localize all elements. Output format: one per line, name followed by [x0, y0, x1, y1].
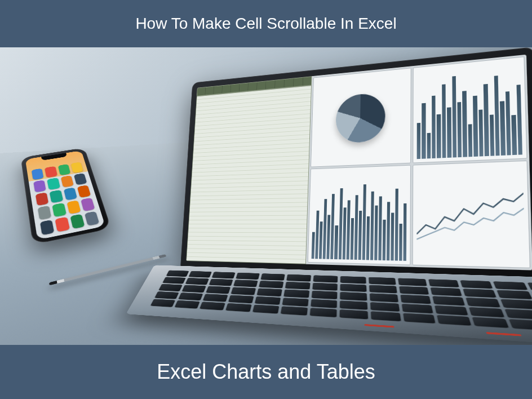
keyboard-key	[527, 282, 532, 291]
app-icon	[66, 200, 81, 214]
bar	[463, 91, 467, 157]
bar	[342, 207, 346, 259]
app-icon	[77, 185, 91, 198]
app-icon	[74, 173, 87, 185]
keyboard-key	[189, 271, 212, 278]
bar	[334, 225, 338, 259]
keyboard-key	[178, 292, 203, 300]
keyboard-key	[400, 286, 429, 295]
app-icon	[57, 164, 70, 175]
keyboard-key	[500, 299, 532, 309]
bar	[319, 222, 323, 259]
keyboard-key	[209, 279, 233, 286]
app-icon	[52, 203, 66, 217]
keyboard-key	[435, 305, 468, 316]
keyboard-key	[282, 298, 308, 306]
bar	[366, 216, 369, 260]
app-icon	[85, 211, 100, 226]
bar	[327, 215, 331, 259]
keyboard-key	[429, 279, 459, 287]
keyboard-key	[370, 285, 397, 294]
app-icon	[50, 190, 63, 203]
accent-light	[486, 332, 521, 336]
keyboard-key	[200, 302, 225, 310]
footer-banner: Excel Charts and Tables	[0, 345, 532, 399]
line-chart-pane	[412, 160, 530, 268]
bar	[346, 201, 350, 260]
keyboard-key	[252, 304, 279, 313]
bar	[382, 220, 385, 260]
keyboard-key	[281, 306, 308, 315]
keyboard-key	[285, 282, 311, 290]
keyboard-key	[154, 291, 179, 299]
bar	[354, 195, 358, 260]
keyboard-key	[159, 284, 183, 291]
app-icon	[47, 178, 60, 190]
keyboard-key	[401, 295, 431, 304]
pie-chart-pane	[311, 68, 411, 167]
bar	[512, 115, 517, 155]
keyboard-key	[309, 308, 337, 317]
keyboard-key	[398, 278, 427, 286]
keyboard-key	[286, 274, 311, 282]
keyboard-key	[236, 273, 259, 280]
app-icon	[60, 175, 74, 188]
keyboard-key	[162, 277, 185, 283]
keyboard-key	[212, 272, 236, 278]
keyboard-key	[472, 317, 509, 327]
laptop-keyboard-deck	[126, 265, 532, 345]
keyboard-key	[182, 285, 206, 292]
keyboard-key	[340, 300, 368, 309]
keyboard-key	[370, 302, 400, 312]
bar	[416, 123, 420, 159]
bar	[427, 133, 431, 158]
phone-notch	[41, 153, 67, 160]
keyboard-key	[340, 292, 367, 300]
bar	[312, 232, 315, 259]
keyboard-key	[206, 286, 230, 294]
bar	[468, 124, 473, 157]
keyboard-key	[185, 278, 209, 285]
line-chart-icon	[416, 165, 525, 264]
header-title: How To Make Cell Scrollable In Excel	[135, 15, 396, 33]
keyboard	[150, 270, 532, 333]
app-icon	[32, 169, 44, 180]
keyboard-key	[259, 281, 283, 288]
bar-chart-pane-1	[413, 56, 527, 163]
bar	[391, 212, 394, 260]
keyboard-key	[256, 289, 282, 296]
keyboard-key	[493, 281, 527, 290]
bar	[374, 206, 378, 260]
footer-title: Excel Charts and Tables	[157, 360, 375, 384]
bar	[473, 96, 478, 157]
laptop-display	[186, 55, 532, 271]
keyboard-key	[255, 296, 281, 305]
keyboard-key	[469, 307, 504, 317]
bar	[500, 101, 506, 156]
keyboard-key	[466, 298, 500, 307]
charts-panel	[306, 55, 532, 271]
app-icon	[81, 198, 95, 211]
bar	[394, 189, 398, 261]
keyboard-key	[404, 313, 436, 323]
bar	[399, 224, 402, 261]
keyboard-key	[340, 276, 366, 283]
keyboard-key	[497, 290, 532, 299]
keyboard-key	[166, 270, 189, 277]
bar	[432, 95, 436, 158]
bar	[350, 218, 353, 260]
pie-chart-icon	[335, 92, 385, 144]
keyboard-key	[175, 300, 200, 309]
bar	[452, 76, 456, 157]
bar-chart-pane-2	[308, 165, 411, 265]
accent-light	[364, 324, 394, 328]
bar	[370, 191, 374, 260]
keyboard-key	[311, 299, 337, 308]
bar	[437, 114, 441, 158]
bar	[494, 76, 500, 155]
keyboard-key	[431, 287, 462, 296]
app-icon	[70, 162, 83, 173]
bar	[387, 202, 390, 260]
keyboard-key	[228, 295, 254, 303]
bar	[458, 102, 462, 157]
